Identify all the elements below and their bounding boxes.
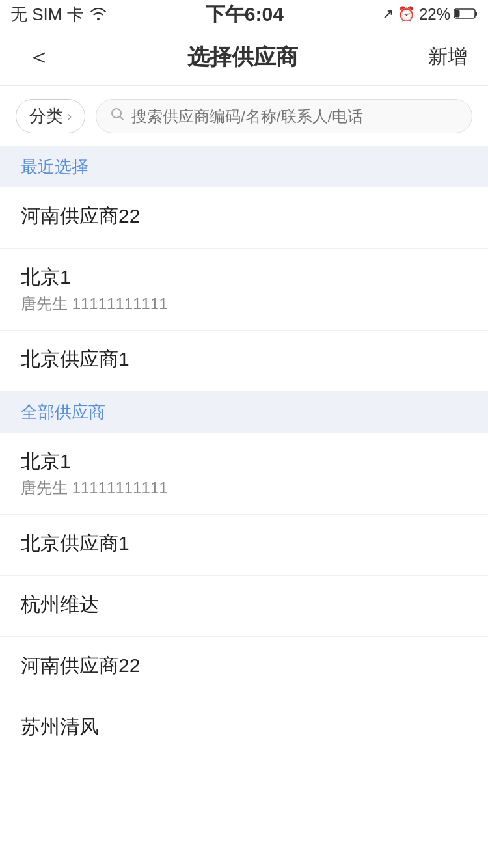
item-name: 北京1 xyxy=(21,264,467,291)
item-name: 北京1 xyxy=(21,448,467,475)
status-left: 无 SIM 卡 xyxy=(10,3,107,26)
list-item[interactable]: 苏州清风 xyxy=(0,698,488,759)
chevron-right-icon: › xyxy=(67,108,72,125)
list-item[interactable]: 河南供应商22 xyxy=(0,187,488,249)
search-icon xyxy=(109,106,125,126)
battery-text: 22% xyxy=(419,5,450,23)
item-sub: 唐先生 11111111111 xyxy=(21,478,467,498)
list-item[interactable]: 北京1唐先生 11111111111 xyxy=(0,249,488,331)
no-sim-text: 无 SIM 卡 xyxy=(10,3,84,26)
wifi-icon xyxy=(89,5,107,25)
section-header-text-all: 全部供应商 xyxy=(21,402,105,422)
filter-bar: 分类 › xyxy=(0,86,488,146)
battery-icon xyxy=(454,5,478,23)
list-item[interactable]: 北京供应商1 xyxy=(0,515,488,576)
item-name: 河南供应商22 xyxy=(21,653,467,679)
list-container: 最近选择河南供应商22北京1唐先生 11111111111北京供应商1全部供应商… xyxy=(0,146,488,759)
back-button[interactable]: ＜ xyxy=(21,34,57,79)
section-header-recent: 最近选择 xyxy=(0,146,488,187)
item-name: 河南供应商22 xyxy=(21,203,467,230)
page-title: 选择供应商 xyxy=(187,42,298,72)
status-right: ↗ ⏰ 22% xyxy=(382,5,478,23)
category-label: 分类 xyxy=(29,105,63,128)
nav-bar: ＜ 选择供应商 新增 xyxy=(0,29,488,86)
search-input[interactable] xyxy=(131,107,459,126)
item-name: 苏州清风 xyxy=(21,714,467,740)
svg-line-4 xyxy=(120,117,124,120)
svg-rect-2 xyxy=(455,10,459,18)
search-box[interactable] xyxy=(96,99,472,133)
list-item[interactable]: 杭州维达 xyxy=(0,576,488,637)
category-button[interactable]: 分类 › xyxy=(16,99,85,133)
item-name: 杭州维达 xyxy=(21,591,467,618)
alarm-icon: ⏰ xyxy=(398,6,415,23)
section-header-text-recent: 最近选择 xyxy=(21,157,88,176)
status-time: 下午6:04 xyxy=(206,1,284,28)
item-name: 北京供应商1 xyxy=(21,346,467,373)
list-item[interactable]: 北京1唐先生 11111111111 xyxy=(0,433,488,515)
svg-rect-1 xyxy=(475,12,477,16)
location-icon: ↗ xyxy=(382,6,394,23)
section-header-all: 全部供应商 xyxy=(0,392,488,433)
item-name: 北京供应商1 xyxy=(21,530,467,557)
add-button[interactable]: 新增 xyxy=(428,44,467,70)
status-bar: 无 SIM 卡 下午6:04 ↗ ⏰ 22% xyxy=(0,0,488,29)
item-sub: 唐先生 11111111111 xyxy=(21,293,467,314)
list-item[interactable]: 河南供应商22 xyxy=(0,637,488,698)
list-item[interactable]: 北京供应商1 xyxy=(0,331,488,392)
